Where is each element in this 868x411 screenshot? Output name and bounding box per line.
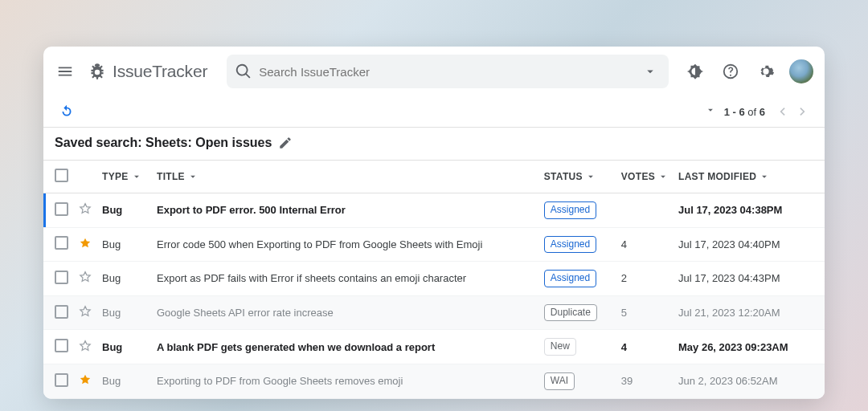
help-icon <box>722 63 739 80</box>
row-checkbox[interactable] <box>55 236 68 250</box>
table-row[interactable]: BugGoogle Sheets API error rate increase… <box>43 295 825 330</box>
table-row[interactable]: BugError code 500 when Exporting to PDF … <box>43 227 825 262</box>
bug-icon <box>87 61 108 82</box>
app-logo[interactable]: IssueTracker <box>87 61 207 82</box>
star-toggle[interactable] <box>78 201 92 216</box>
settings-button[interactable] <box>752 58 780 85</box>
table-row[interactable]: BugExport as PDF fails with Error if she… <box>43 262 825 296</box>
status-badge: WAI <box>544 372 575 390</box>
col-votes-header[interactable]: VOTES <box>621 171 669 182</box>
brightness-icon <box>686 63 704 80</box>
table-row[interactable]: BugExporting to PDF from Google Sheets r… <box>43 364 825 398</box>
caret-down-icon <box>759 171 770 182</box>
star-toggle[interactable] <box>78 339 92 353</box>
row-modified: Jul 17, 2023 04:38PM <box>674 193 825 228</box>
row-type: Bug <box>97 262 152 296</box>
theme-button[interactable] <box>682 58 709 85</box>
row-modified: Jul 21, 2023 12:20AM <box>674 295 825 330</box>
row-checkbox[interactable] <box>55 271 68 284</box>
issues-table: TYPE TITLE STATUS VOTES LAST MODIFIED Bu… <box>43 160 825 399</box>
row-type: Bug <box>97 295 152 330</box>
row-votes <box>616 193 674 228</box>
row-title[interactable]: Exporting to PDF from Google Sheets remo… <box>152 364 539 398</box>
status-badge: Assigned <box>544 270 596 287</box>
row-type: Bug <box>97 193 152 228</box>
hamburger-icon <box>56 63 74 80</box>
caret-down-icon <box>187 171 199 182</box>
search-icon <box>235 63 252 80</box>
row-type: Bug <box>97 364 152 398</box>
col-modified-header[interactable]: LAST MODIFIED <box>678 171 770 182</box>
star-toggle[interactable] <box>78 372 92 387</box>
row-modified: Jun 2, 2023 06:52AM <box>674 364 825 398</box>
app-title: IssueTracker <box>113 62 207 81</box>
row-title[interactable]: Export as PDF fails with Error if sheets… <box>152 262 539 296</box>
caret-down-icon <box>131 171 142 182</box>
status-badge: New <box>544 338 576 356</box>
avatar[interactable] <box>789 59 813 83</box>
row-type: Bug <box>97 227 152 262</box>
row-modified: Jul 17, 2023 04:40PM <box>674 227 825 262</box>
row-modified: Jul 17, 2023 04:43PM <box>674 262 825 296</box>
status-badge: Assigned <box>544 236 596 254</box>
row-title[interactable]: A blank PDF gets generated when we downl… <box>152 330 539 364</box>
row-votes: 4 <box>616 330 674 364</box>
row-modified: May 26, 2023 09:23AM <box>674 330 825 364</box>
gear-icon <box>757 63 775 80</box>
select-all-checkbox[interactable] <box>55 169 68 182</box>
row-title[interactable]: Google Sheets API error rate increase <box>152 295 539 330</box>
caret-down-icon <box>705 104 716 116</box>
star-toggle[interactable] <box>78 236 92 250</box>
saved-search-header: Saved search: Sheets: Open issues <box>43 128 825 160</box>
page-size-dropdown[interactable] <box>703 103 718 120</box>
toolbar: 1 - 6 of 6 <box>43 96 825 128</box>
caret-down-icon <box>643 64 657 79</box>
search-dropdown[interactable] <box>640 61 661 82</box>
caret-down-icon <box>657 171 669 182</box>
topbar: IssueTracker <box>43 47 825 96</box>
menu-button[interactable] <box>51 58 79 85</box>
col-title-header[interactable]: TITLE <box>157 171 199 182</box>
prev-page-button[interactable] <box>772 101 792 122</box>
star-toggle[interactable] <box>78 270 92 284</box>
row-title[interactable]: Export to PDF error. 500 Internal Error <box>152 193 539 228</box>
row-checkbox[interactable] <box>55 339 68 352</box>
app-window: IssueTracker 1 - 6 of 6 <box>43 47 825 399</box>
chevron-left-icon <box>774 104 790 120</box>
pagination-label: 1 - 6 of 6 <box>724 106 765 118</box>
table-row[interactable]: BugA blank PDF gets generated when we do… <box>43 330 825 364</box>
help-button[interactable] <box>717 58 744 85</box>
row-checkbox[interactable] <box>55 202 68 216</box>
status-badge: Duplicate <box>544 304 597 322</box>
search-box[interactable] <box>227 55 669 88</box>
row-checkbox[interactable] <box>55 305 68 319</box>
table-row[interactable]: BugExport to PDF error. 500 Internal Err… <box>43 193 825 228</box>
next-page-button[interactable] <box>792 101 813 122</box>
caret-down-icon <box>585 171 596 182</box>
refresh-button[interactable] <box>58 103 76 120</box>
chevron-right-icon <box>795 104 811 120</box>
row-votes: 2 <box>616 262 674 296</box>
col-status-header[interactable]: STATUS <box>544 171 596 182</box>
edit-saved-search-button[interactable] <box>278 136 293 150</box>
row-votes: 5 <box>616 295 674 330</box>
saved-search-title: Saved search: Sheets: Open issues <box>55 136 272 150</box>
row-votes: 39 <box>616 364 674 398</box>
row-type: Bug <box>97 330 152 364</box>
row-checkbox[interactable] <box>55 373 68 387</box>
row-votes: 4 <box>616 227 674 262</box>
search-input[interactable] <box>259 65 640 79</box>
col-type-header[interactable]: TYPE <box>102 171 142 182</box>
row-title[interactable]: Error code 500 when Exporting to PDF fro… <box>152 227 539 262</box>
star-toggle[interactable] <box>78 304 92 319</box>
status-badge: Assigned <box>544 201 596 219</box>
